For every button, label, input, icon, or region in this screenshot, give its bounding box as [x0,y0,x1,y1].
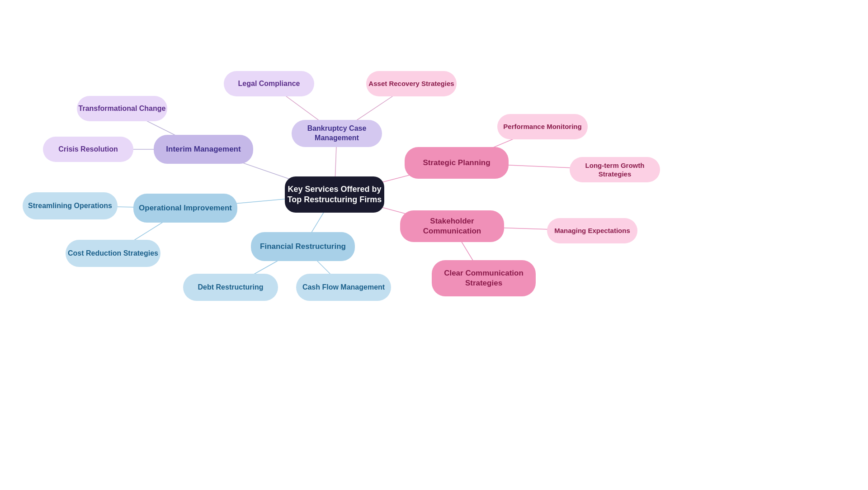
legal-compliance-node[interactable]: Legal Compliance [224,71,314,96]
strategic-planning-label: Strategic Planning [423,158,490,168]
operational-improvement-node[interactable]: Operational Improvement [133,194,237,223]
bankruptcy-label: Bankruptcy Case Management [292,124,382,143]
interim-management-label: Interim Management [166,144,241,154]
managing-expectations-node[interactable]: Managing Expectations [547,218,637,243]
managing-expectations-label: Managing Expectations [554,226,630,235]
asset-recovery-node[interactable]: Asset Recovery Strategies [366,71,457,96]
cost-reduction-label: Cost Reduction Strategies [68,249,158,258]
transformational-change-label: Transformational Change [79,104,166,114]
long-term-growth-node[interactable]: Long-term Growth Strategies [570,157,660,182]
crisis-resolution-node[interactable]: Crisis Resolution [43,137,133,162]
performance-monitoring-node[interactable]: Performance Monitoring [497,114,588,139]
stakeholder-communication-node[interactable]: Stakeholder Communication [400,210,504,242]
cost-reduction-node[interactable]: Cost Reduction Strategies [66,240,160,267]
legal-compliance-label: Legal Compliance [238,79,300,89]
clear-communication-node[interactable]: Clear Communication Strategies [432,260,536,296]
streamlining-operations-node[interactable]: Streamlining Operations [23,192,118,219]
performance-monitoring-label: Performance Monitoring [503,122,581,131]
interim-management-node[interactable]: Interim Management [154,135,253,164]
stakeholder-communication-label: Stakeholder Communication [400,216,504,236]
transformational-change-node[interactable]: Transformational Change [77,96,167,121]
clear-communication-label: Clear Communication Strategies [432,268,536,288]
debt-restructuring-node[interactable]: Debt Restructuring [183,274,278,301]
strategic-planning-node[interactable]: Strategic Planning [405,147,509,179]
center-node[interactable]: Key Services Offered by Top Restructurin… [285,176,384,213]
crisis-resolution-label: Crisis Resolution [58,145,118,154]
center-label: Key Services Offered by Top Restructurin… [285,184,384,205]
financial-restructuring-node[interactable]: Financial Restructuring [251,232,355,261]
operational-improvement-label: Operational Improvement [139,203,232,213]
long-term-growth-label: Long-term Growth Strategies [570,161,660,179]
cash-flow-management-label: Cash Flow Management [302,283,385,292]
bankruptcy-case-management-node[interactable]: Bankruptcy Case Management [292,120,382,147]
financial-restructuring-label: Financial Restructuring [260,242,346,252]
debt-restructuring-label: Debt Restructuring [198,283,264,292]
cash-flow-management-node[interactable]: Cash Flow Management [296,274,391,301]
asset-recovery-label: Asset Recovery Strategies [368,79,454,88]
streamlining-operations-label: Streamlining Operations [28,201,112,211]
